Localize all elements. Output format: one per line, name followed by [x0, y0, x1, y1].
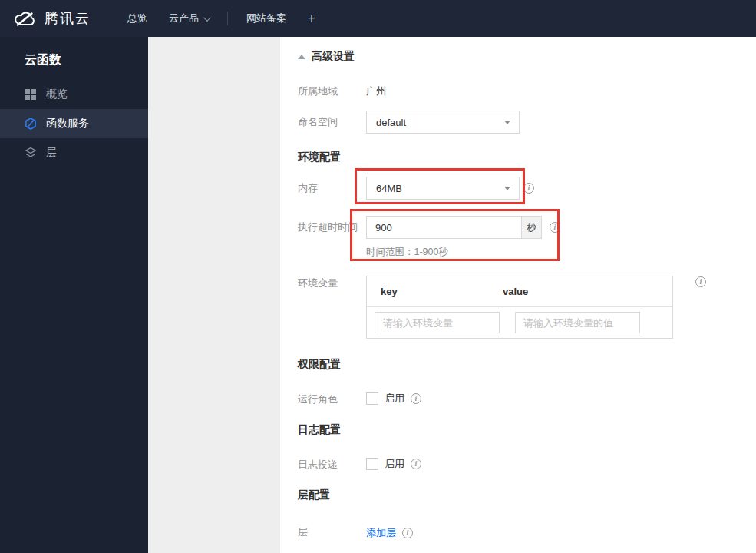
- timeout-input[interactable]: [366, 216, 522, 239]
- env-vars-label: 环境变量: [298, 276, 338, 290]
- region-value: 广州: [366, 84, 386, 98]
- log-delivery-row: 启用 i: [366, 457, 421, 471]
- nav-divider: [227, 12, 228, 25]
- add-layer-link[interactable]: 添加层: [366, 526, 396, 540]
- log-delivery-checkbox[interactable]: [366, 458, 378, 470]
- sidebar-item-function-service[interactable]: 函数服务: [0, 109, 148, 138]
- layer-add-row: 添加层 i: [366, 526, 413, 540]
- run-role-checkbox[interactable]: [366, 392, 378, 405]
- brand-logo[interactable]: 腾讯云: [0, 9, 91, 28]
- log-delivery-label: 日志投递: [298, 458, 338, 472]
- timeout-unit-suffix: 秒: [522, 216, 542, 239]
- sidebar: 云函数 概览 函数服务 层: [0, 37, 148, 553]
- brand-name: 腾讯云: [45, 9, 91, 28]
- sidebar-item-overview[interactable]: 概览: [0, 80, 148, 109]
- log-heading: 日志配置: [298, 423, 341, 437]
- env-key-header: key: [367, 286, 503, 297]
- timeout-label: 执行超时时间: [298, 216, 358, 239]
- sidebar-item-label: 概览: [46, 88, 68, 101]
- env-vars-input-row: [367, 307, 672, 338]
- sidebar-item-label: 函数服务: [46, 117, 89, 131]
- permission-heading: 权限配置: [298, 358, 341, 372]
- log-delivery-info-icon[interactable]: i: [411, 459, 421, 469]
- chevron-down-icon: [504, 121, 510, 124]
- add-layer-info-icon[interactable]: i: [402, 528, 413, 538]
- env-value-input[interactable]: [515, 312, 640, 333]
- run-role-enable-label: 启用: [385, 392, 404, 406]
- chevron-down-icon: [504, 187, 510, 190]
- run-role-label: 运行角色: [298, 392, 338, 406]
- namespace-label: 命名空间: [298, 111, 338, 134]
- memory-selected-value: 64MB: [376, 183, 402, 194]
- env-vars-header-row: key value: [367, 276, 672, 307]
- collapse-arrow-icon: [298, 55, 305, 59]
- region-label: 所属地域: [298, 84, 338, 98]
- cloud-logo-icon: [12, 9, 37, 28]
- timeout-info-icon[interactable]: i: [550, 222, 560, 233]
- top-navigation: 总览 云产品 网站备案 +: [117, 0, 326, 37]
- memory-info-icon[interactable]: i: [523, 183, 534, 194]
- namespace-dropdown[interactable]: default: [366, 111, 520, 134]
- main-content: 高级设置 所属地域 广州 命名空间 default 环境配置 内存 64MB i…: [280, 37, 756, 553]
- namespace-selected-value: default: [376, 117, 406, 128]
- env-key-input[interactable]: [375, 312, 500, 333]
- nav-overview[interactable]: 总览: [117, 0, 158, 37]
- advanced-settings-label: 高级设置: [312, 50, 355, 64]
- timeout-range-hint: 时间范围：1-900秒: [366, 246, 448, 259]
- advanced-settings-toggle[interactable]: 高级设置: [298, 50, 355, 64]
- env-config-heading: 环境配置: [298, 151, 341, 164]
- layer-heading: 层配置: [298, 488, 330, 502]
- layer-label: 层: [298, 525, 308, 539]
- sidebar-item-layers[interactable]: 层: [0, 138, 148, 167]
- memory-dropdown[interactable]: 64MB: [366, 177, 520, 200]
- run-role-row: 启用 i: [366, 392, 421, 406]
- sidebar-title: 云函数: [0, 37, 148, 80]
- chevron-down-icon: [203, 14, 211, 22]
- run-role-info-icon[interactable]: i: [411, 393, 421, 404]
- grid-icon: [25, 88, 37, 101]
- log-delivery-enable-label: 启用: [385, 457, 404, 471]
- env-vars-table: key value: [366, 276, 673, 339]
- env-vars-info-icon[interactable]: i: [695, 276, 706, 287]
- nav-cloud-products[interactable]: 云产品: [158, 0, 220, 37]
- topbar: 腾讯云 总览 云产品 网站备案 +: [0, 0, 756, 37]
- timeout-input-group: 秒: [366, 216, 542, 239]
- add-nav-tab-button[interactable]: +: [297, 11, 326, 26]
- secondary-panel: [148, 37, 280, 553]
- env-value-header: value: [503, 286, 528, 297]
- memory-label: 内存: [298, 177, 318, 200]
- nav-icp-filing[interactable]: 网站备案: [236, 0, 297, 37]
- function-hexagon-icon: [25, 118, 37, 130]
- sidebar-item-label: 层: [46, 146, 57, 160]
- layers-icon: [25, 147, 37, 159]
